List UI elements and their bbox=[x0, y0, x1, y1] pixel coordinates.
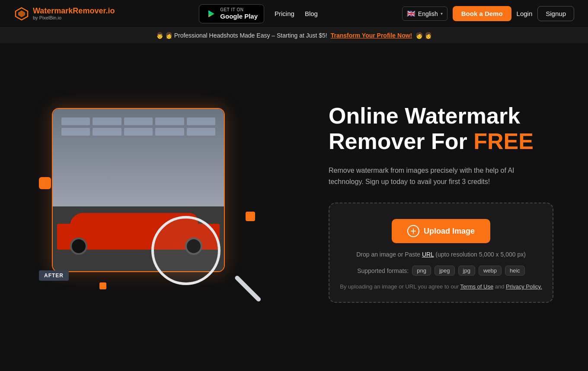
url-link[interactable]: URL bbox=[422, 251, 434, 258]
deco-square-4 bbox=[99, 282, 106, 289]
hero-content: Online Watermark Remover For FREE Remove… bbox=[303, 103, 553, 303]
magnify-glass bbox=[151, 216, 246, 311]
format-jpg: jpg bbox=[458, 266, 475, 276]
building-windows bbox=[61, 117, 215, 136]
language-selector[interactable]: 🇬🇧 English ▾ bbox=[402, 6, 447, 21]
free-text: FREE bbox=[473, 129, 534, 154]
upload-drop-hint: Drop an image or Paste URL (upto resolut… bbox=[356, 251, 526, 258]
promo-banner: 👨 👩 Professional Headshots Made Easy – S… bbox=[0, 28, 588, 43]
nav-right: 🇬🇧 English ▾ Book a Demo Login Signup bbox=[402, 6, 574, 21]
nav-center: GET IT ON Google Play Pricing Blog bbox=[199, 4, 318, 23]
hero-illustration: AFTER bbox=[26, 82, 259, 324]
format-heic: heic bbox=[505, 266, 525, 276]
upload-button-label: Upload Image bbox=[424, 227, 475, 236]
lang-label: English bbox=[418, 10, 438, 17]
nav-blog[interactable]: Blog bbox=[305, 10, 318, 17]
promo-cta-link[interactable]: Transform Your Profile Now! bbox=[331, 32, 412, 39]
book-demo-button[interactable]: Book a Demo bbox=[453, 6, 511, 21]
deco-square-3 bbox=[246, 212, 255, 221]
login-button[interactable]: Login bbox=[517, 10, 533, 17]
plus-icon: + bbox=[407, 225, 419, 237]
window-7 bbox=[93, 128, 121, 136]
window-5 bbox=[187, 117, 215, 125]
building-bg bbox=[53, 109, 224, 206]
google-play-icon bbox=[205, 8, 217, 19]
upload-terms: By uploading an image or URL you agree t… bbox=[340, 283, 542, 290]
format-webp: webp bbox=[479, 266, 502, 276]
logo-icon bbox=[14, 6, 29, 22]
window-9 bbox=[155, 128, 184, 136]
after-badge: AFTER bbox=[39, 270, 69, 281]
magnify-handle bbox=[234, 275, 262, 302]
terms-of-use-link[interactable]: Terms of Use bbox=[460, 283, 494, 290]
signup-button[interactable]: Signup bbox=[537, 6, 574, 21]
lang-flag: 🇬🇧 bbox=[407, 10, 415, 18]
hero-description: Remove watermark from images precisely w… bbox=[329, 165, 536, 187]
chevron-down-icon: ▾ bbox=[441, 11, 443, 16]
privacy-policy-link[interactable]: Privacy Policy. bbox=[506, 283, 542, 290]
upload-image-button[interactable]: + Upload Image bbox=[392, 219, 490, 243]
window-10 bbox=[187, 128, 215, 136]
supported-formats: Supported formats: png jpeg jpg webp hei… bbox=[357, 266, 525, 276]
magnify-circle bbox=[151, 216, 220, 285]
car-wheel-left bbox=[70, 238, 87, 255]
logo-area: WatermarkRemover.io by PixelBin.io bbox=[14, 6, 115, 22]
google-play-button[interactable]: GET IT ON Google Play bbox=[199, 4, 264, 23]
window-1 bbox=[61, 117, 90, 125]
deco-square-2 bbox=[39, 177, 51, 189]
logo-text: WatermarkRemover.io by PixelBin.io bbox=[33, 7, 115, 21]
nav-pricing[interactable]: Pricing bbox=[275, 10, 294, 17]
google-play-text: GET IT ON Google Play bbox=[220, 7, 258, 20]
format-png: png bbox=[412, 266, 431, 276]
hero-title: Online Watermark Remover For FREE bbox=[329, 103, 553, 155]
promo-text: 👨 👩 Professional Headshots Made Easy – S… bbox=[156, 32, 327, 39]
window-6 bbox=[61, 128, 90, 136]
window-3 bbox=[124, 117, 153, 125]
promo-emoji: 🧑 👩 bbox=[415, 32, 432, 39]
brand-by: by PixelBin.io bbox=[33, 15, 115, 20]
window-4 bbox=[155, 117, 184, 125]
format-jpeg: jpeg bbox=[435, 266, 455, 276]
svg-marker-1 bbox=[18, 10, 25, 17]
window-8 bbox=[124, 128, 153, 136]
upload-box: + Upload Image Drop an image or Paste UR… bbox=[329, 203, 553, 303]
brand-name: WatermarkRemover.io bbox=[33, 7, 115, 16]
navbar: WatermarkRemover.io by PixelBin.io GE bbox=[0, 0, 588, 28]
window-2 bbox=[93, 117, 121, 125]
hero-section: AFTER Online Watermark Remover For FREE … bbox=[0, 43, 588, 363]
